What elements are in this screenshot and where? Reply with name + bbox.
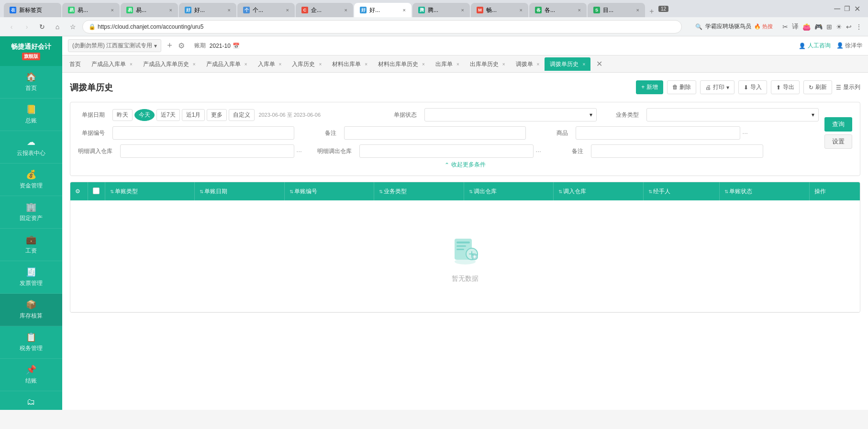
- add-company-btn[interactable]: +: [165, 41, 174, 51]
- browser-tab-3[interactable]: 易 易... ×: [121, 3, 178, 17]
- brightness-icon[interactable]: ☀: [836, 23, 842, 31]
- refresh-btn[interactable]: ↻ 刷新: [803, 80, 832, 94]
- setting-filter-btn[interactable]: 设置: [824, 134, 852, 149]
- date-custom-btn[interactable]: 自定义: [229, 109, 255, 121]
- sidebar-item-closing[interactable]: 📌 结账: [0, 359, 62, 391]
- company-selector[interactable]: (勿删勿禁用) 江西服宝测试专用 ▾: [68, 39, 161, 52]
- tab-inbound[interactable]: 入库单 ×: [253, 57, 287, 71]
- minimize-btn[interactable]: ─: [834, 4, 840, 14]
- th-doc-date[interactable]: ⇅ 单账日期: [195, 182, 285, 200]
- browser-tab-6[interactable]: C 企... ×: [296, 3, 353, 17]
- tab-outbound-close[interactable]: ×: [456, 62, 459, 67]
- tab-product-in-history-close[interactable]: ×: [193, 62, 196, 67]
- home-browser-btn[interactable]: ⌂: [52, 21, 63, 33]
- bookmark-btn[interactable]: ☆: [67, 21, 78, 33]
- new-tab-btn[interactable]: +: [646, 6, 657, 17]
- tab-transfer[interactable]: 调拨单 ×: [511, 57, 545, 71]
- tab-close-7[interactable]: ×: [403, 7, 406, 13]
- wallet-icon[interactable]: 👛: [802, 23, 811, 31]
- grid-icon[interactable]: ⊞: [826, 23, 832, 31]
- browser-tab-11[interactable]: S 目... ×: [588, 3, 645, 17]
- tab-material-out-history[interactable]: 材料出库单历史 ×: [373, 57, 430, 71]
- tab-close-3[interactable]: ×: [169, 7, 172, 13]
- settings-gear-btn[interactable]: ⚙: [178, 41, 185, 50]
- tab-transfer-history[interactable]: 调拨单历史 ×: [545, 57, 590, 71]
- tab-product-in2-close[interactable]: ×: [245, 62, 247, 67]
- close-btn[interactable]: ✕: [854, 4, 860, 13]
- th-status[interactable]: ⇅ 单账状态: [720, 182, 810, 200]
- th-in-warehouse[interactable]: ⇅ 调入仓库: [554, 182, 644, 200]
- goods-ellipsis-btn[interactable]: ···: [742, 129, 748, 137]
- browser-tab-7[interactable]: 好 好... ×: [354, 3, 412, 17]
- browser-tab-2[interactable]: 易 易... ×: [62, 3, 120, 17]
- translate-icon[interactable]: 译: [792, 22, 799, 31]
- sidebar-item-wage[interactable]: 💼 工资: [0, 229, 62, 261]
- biz-type-filter-select[interactable]: ▾: [646, 108, 819, 121]
- tab-close-11[interactable]: ×: [636, 7, 639, 13]
- status-filter-select[interactable]: ▾: [424, 108, 597, 121]
- period-selector[interactable]: 2021-10 📅: [210, 43, 240, 49]
- tab-close-5[interactable]: ×: [286, 7, 289, 13]
- delete-btn[interactable]: 🗑 删除: [667, 80, 696, 94]
- date-7days-btn[interactable]: 近7天: [156, 109, 180, 121]
- import-btn[interactable]: ⬇ 导入: [738, 80, 767, 94]
- menu-icon[interactable]: ⋮: [856, 23, 862, 31]
- browser-tab-10[interactable]: 各 各... ×: [529, 3, 587, 17]
- tab-outbound-history[interactable]: 出库单历史 ×: [465, 57, 511, 71]
- tab-product-in2[interactable]: 产成品入库单 ×: [201, 57, 253, 71]
- query-btn[interactable]: 查询: [824, 117, 852, 132]
- tab-inbound-history[interactable]: 入库历史 ×: [287, 57, 327, 71]
- tab-close-6[interactable]: ×: [345, 7, 347, 13]
- print-btn[interactable]: 🖨 打印 ▾: [700, 80, 734, 94]
- th-biz-type[interactable]: ⇅ 业务类型: [374, 182, 464, 200]
- game-icon[interactable]: 🎮: [814, 23, 823, 31]
- browser-tab-9[interactable]: M 畅... ×: [471, 3, 528, 17]
- detail-in-ellipsis-btn[interactable]: ···: [296, 147, 302, 155]
- back-btn[interactable]: ‹: [6, 21, 17, 33]
- th-doc-no[interactable]: ⇅ 单账编号: [284, 182, 374, 200]
- goods-input[interactable]: [576, 126, 740, 140]
- note-input[interactable]: [344, 126, 526, 140]
- refresh-browser-btn[interactable]: ↻: [36, 21, 48, 33]
- new-btn[interactable]: + 新增: [636, 80, 663, 94]
- tab-count-badge[interactable]: 12: [658, 6, 668, 12]
- sidebar-item-archive[interactable]: 🗂 归档管理: [0, 391, 62, 410]
- tab-outbound-history-close[interactable]: ×: [502, 62, 505, 67]
- date-yesterday-btn[interactable]: 昨天: [112, 109, 133, 121]
- date-more-btn[interactable]: 更多: [207, 109, 227, 121]
- sidebar-item-tax[interactable]: 📋 税务管理: [0, 326, 62, 359]
- tab-close-2[interactable]: ×: [111, 7, 114, 13]
- tab-inbound-history-close[interactable]: ×: [319, 62, 322, 67]
- show-cols-btn[interactable]: ☰ 显示列: [836, 83, 860, 91]
- th-out-warehouse[interactable]: ⇅ 调出仓库: [464, 182, 554, 200]
- collapse-btn[interactable]: ⌃ 收起更多条件: [78, 158, 852, 170]
- sidebar-item-home[interactable]: 🏠 首页: [0, 66, 62, 99]
- tab-close-9[interactable]: ×: [520, 7, 523, 13]
- tab-product-in-close[interactable]: ×: [130, 62, 133, 67]
- maximize-btn[interactable]: ❐: [844, 5, 850, 12]
- sidebar-item-fund[interactable]: 💰 资金管理: [0, 164, 62, 196]
- date-1month-btn[interactable]: 近1月: [182, 109, 205, 121]
- history-icon[interactable]: ↩: [846, 23, 852, 31]
- tab-inbound-close[interactable]: ×: [279, 62, 282, 67]
- sidebar-item-ledger[interactable]: 📒 总账: [0, 99, 62, 131]
- tab-outbound[interactable]: 出库单 ×: [430, 57, 465, 71]
- tab-transfer-history-close[interactable]: ×: [582, 62, 585, 67]
- detail-out-ellipsis-btn[interactable]: ···: [535, 147, 541, 155]
- browser-tab-8[interactable]: 腾 腾... ×: [412, 3, 470, 17]
- forward-btn[interactable]: ›: [21, 21, 33, 33]
- tab-close-4[interactable]: ×: [228, 7, 231, 13]
- date-today-btn[interactable]: 今天: [134, 109, 155, 121]
- browser-tab-4[interactable]: 好 好... ×: [179, 3, 236, 17]
- sidebar-item-report[interactable]: ☁ 云报表中心: [0, 131, 62, 164]
- tab-material-out-history-close[interactable]: ×: [422, 62, 425, 67]
- tab-material-out-close[interactable]: ×: [365, 62, 367, 67]
- scissors-icon[interactable]: ✂: [782, 23, 788, 31]
- service-btn[interactable]: 👤 人工咨询: [799, 42, 831, 50]
- address-bar[interactable]: 🔒 https://cloud.chanjet.com/accounting/u…: [82, 20, 682, 33]
- tab-close-8[interactable]: ×: [461, 7, 464, 13]
- browser-tab-5[interactable]: 个 个... ×: [237, 3, 295, 17]
- doc-no-input[interactable]: [112, 126, 294, 140]
- tab-product-in[interactable]: 产成品入库单 ×: [86, 57, 138, 71]
- sidebar-item-fixed[interactable]: 🏢 固定资产: [0, 196, 62, 229]
